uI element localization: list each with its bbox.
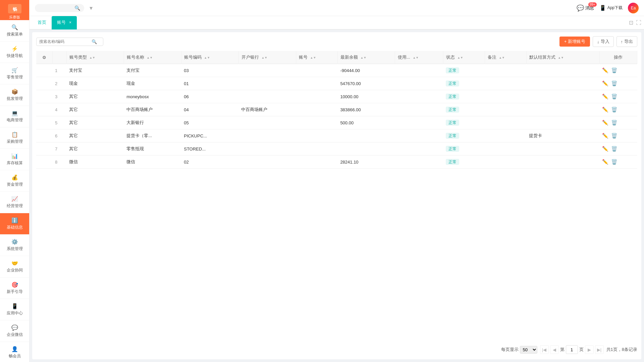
edit-icon[interactable]: ✏️	[602, 67, 608, 73]
topbar-app-download-btn[interactable]: 📱 App下载	[599, 5, 623, 11]
sidebar-item-new-guide[interactable]: 🎯 新手引导	[0, 278, 29, 299]
sort-icon-type: ▲▼	[89, 56, 95, 59]
page-first-btn[interactable]: |◀	[540, 345, 549, 354]
table-header-note[interactable]: 备注 ▲▼	[485, 51, 526, 64]
edit-icon[interactable]: ✏️	[602, 80, 608, 86]
tab-minimize-icon[interactable]: ⊡	[629, 19, 633, 26]
sidebar-item-capital-mgmt[interactable]: 💰 资金管理	[0, 170, 29, 192]
account-search-box[interactable]: 🔍	[36, 38, 103, 46]
page-size-select[interactable]: 50 20 100	[520, 346, 537, 354]
delete-icon[interactable]: 🗑️	[611, 67, 618, 73]
table-row: 5 其它 大新银行 05 500.00 正常 ✏️ 🗑️	[36, 116, 637, 129]
cell-settings	[36, 90, 52, 103]
account-search-input[interactable]	[39, 39, 90, 44]
table-header-type[interactable]: 账号类型 ▲▼	[66, 51, 124, 64]
page-next-btn[interactable]: ▶	[585, 345, 594, 354]
sidebar-logo: 畅 乐赛版	[0, 0, 29, 20]
ops-mgmt-icon: 📈	[11, 196, 18, 202]
sort-icon-settlement: ▲▼	[558, 56, 564, 59]
action-icons: ✏️ 🗑️	[602, 80, 634, 86]
sidebar-item-app-center[interactable]: 📱 应用中心	[0, 299, 29, 320]
page-last-btn[interactable]: ▶|	[595, 345, 604, 354]
tab-account-close-icon[interactable]: ×	[69, 20, 71, 25]
edit-icon[interactable]: ✏️	[602, 120, 608, 126]
total-label: 共1页，8条记录	[606, 347, 637, 353]
sidebar-item-basic-info[interactable]: ℹ️ 基础信息	[0, 213, 29, 235]
page-size-selector[interactable]: 每页显示 50 20 100	[501, 346, 537, 354]
export-button[interactable]: ↑ 导出	[616, 36, 638, 47]
sidebar-item-sys-mgmt[interactable]: ⚙️ 系统管理	[0, 235, 29, 256]
edit-icon[interactable]: ✏️	[602, 94, 608, 100]
table-header-bank[interactable]: 开户银行 ▲▼	[238, 51, 296, 64]
page-prev-btn[interactable]: ◀	[550, 345, 559, 354]
cell-settlement	[526, 103, 599, 116]
edit-icon[interactable]: ✏️	[602, 133, 608, 139]
sys-mgmt-icon: ⚙️	[11, 239, 18, 245]
sidebar-item-label: 采购管理	[7, 139, 23, 144]
table-header-settings[interactable]: ⚙	[36, 51, 52, 64]
add-account-button[interactable]: + 新增账号	[559, 37, 590, 47]
sidebar-item-biz-agreement[interactable]: 🤝 企业协同	[0, 256, 29, 278]
import-button[interactable]: ↓ 导入	[593, 36, 614, 47]
table-row: 2 现金 现金 01 547670.00 正常 ✏️ 🗑️	[36, 77, 637, 90]
sidebar-item-wholesale-mgmt[interactable]: 📦 批发管理	[0, 84, 29, 106]
sidebar-item-inventory-calc[interactable]: 📊 库存核算	[0, 149, 29, 170]
cell-settings	[36, 156, 52, 169]
action-icons: ✏️ 🗑️	[602, 107, 634, 113]
topbar-message-btn[interactable]: 💬 消息 99+	[577, 4, 594, 12]
delete-icon[interactable]: 🗑️	[611, 107, 618, 113]
cell-action: ✏️ 🗑️	[599, 142, 637, 156]
status-badge: 正常	[446, 107, 459, 113]
delete-icon[interactable]: 🗑️	[611, 94, 618, 100]
cell-name: 提货卡（零...	[124, 129, 181, 142]
page-number-input[interactable]	[566, 345, 578, 354]
table-header-name[interactable]: 账号名称 ▲▼	[124, 51, 181, 64]
cell-settlement	[526, 77, 599, 90]
table-header-status[interactable]: 状态 ▲▼	[443, 51, 485, 64]
user-avatar[interactable]: Ea	[628, 3, 639, 13]
table-header-code[interactable]: 账号编码 ▲▼	[181, 51, 238, 64]
table-header-settlement[interactable]: 默认结算方式 ▲▼	[526, 51, 599, 64]
delete-icon[interactable]: 🗑️	[611, 120, 618, 126]
tab-home[interactable]: 首页	[32, 16, 52, 29]
cell-status: 正常	[443, 77, 485, 90]
table-header-balance[interactable]: 最新余额 ▲▼	[337, 51, 395, 64]
delete-icon[interactable]: 🗑️	[611, 80, 618, 86]
page-unit: 页	[579, 347, 584, 353]
delete-icon[interactable]: 🗑️	[611, 146, 618, 152]
sidebar-item-label: 快捷导航	[7, 53, 23, 59]
sidebar-item-search-menu[interactable]: 🔍 搜索菜单	[0, 20, 29, 42]
sidebar-item-retail-mgmt[interactable]: 🛒 零售管理	[0, 63, 29, 84]
topbar-left: 🔍 ▾	[35, 4, 93, 12]
topbar-search-input[interactable]	[39, 6, 72, 10]
sidebar-item-quick-nav[interactable]: ⚡ 快捷导航	[0, 42, 29, 63]
table-header-use[interactable]: 使用... ▲▼	[395, 51, 443, 64]
table-header-account[interactable]: 账号 ▲▼	[296, 51, 337, 64]
happy-member-icon: 👤	[11, 346, 18, 352]
sidebar-item-ops-mgmt[interactable]: 📈 经营管理	[0, 192, 29, 213]
table-row: 3 其它 moneybosx 06 10000.00 正常 ✏️ 🗑️	[36, 90, 637, 103]
edit-icon[interactable]: ✏️	[602, 107, 608, 113]
topbar-search-icon: 🔍	[74, 5, 80, 11]
cell-account	[296, 64, 337, 77]
sidebar-item-biz-wechat[interactable]: 💬 企业微信	[0, 320, 29, 342]
delete-icon[interactable]: 🗑️	[611, 159, 618, 165]
tab-expand-icon[interactable]: ⛶	[636, 20, 641, 26]
sidebar-item-purchase-mgmt[interactable]: 📋 采购管理	[0, 127, 29, 149]
cell-type: 其它	[66, 103, 124, 116]
sidebar-item-happy-member[interactable]: 👤 畅会员	[0, 342, 29, 362]
sidebar-item-ecommerce-mgmt[interactable]: 💻 电商管理	[0, 106, 29, 127]
edit-icon[interactable]: ✏️	[602, 146, 608, 152]
topbar-search-box[interactable]: 🔍	[35, 4, 84, 12]
delete-icon[interactable]: 🗑️	[611, 133, 618, 139]
import-icon: ↓	[597, 39, 599, 44]
edit-icon[interactable]: ✏️	[602, 159, 608, 165]
sidebar-item-label: 系统管理	[7, 246, 23, 252]
cell-account	[296, 77, 337, 90]
tab-account[interactable]: 账号 ×	[52, 16, 77, 29]
status-badge: 正常	[446, 159, 459, 165]
app-download-icon: 📱	[599, 5, 606, 11]
cell-settlement	[526, 156, 599, 169]
cell-name: 零售抵现	[124, 142, 181, 156]
topbar-dropdown-icon[interactable]: ▾	[90, 4, 93, 12]
